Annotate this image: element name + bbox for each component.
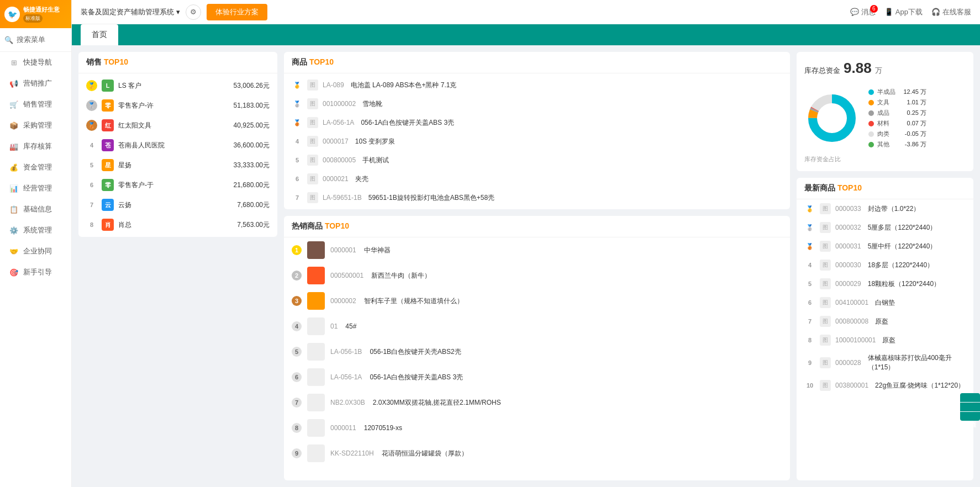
sidebar-label-guide: 新手引导: [23, 267, 52, 277]
float-button[interactable]: 服务社区: [960, 403, 980, 411]
float-buttons: 客服热线服务社区直播: [960, 393, 980, 421]
hot-prod-img: [307, 267, 325, 284]
sidebar-item-system[interactable]: ⚙️系统管理: [0, 220, 71, 241]
new-prod-name: 封边带（1.0*22）: [868, 204, 920, 214]
sidebar-label-quick-nav: 快捷导航: [23, 57, 52, 67]
settings-button[interactable]: ⚙: [186, 4, 201, 20]
float-button[interactable]: 客服热线: [960, 393, 980, 402]
new-product-item: 4 图 0000030 18多层（1220*2440）: [797, 256, 973, 274]
prod-icon: 图: [307, 98, 318, 109]
new-prod-rank: 🥉: [804, 241, 815, 252]
app-download[interactable]: 📱 App下载: [884, 7, 923, 17]
rank-name: 零售客户-许: [118, 101, 229, 110]
product-rank-item: 7 图 LA-59651-1B 59651-1B旋转投影灯电池盒ABS黑色+58…: [284, 188, 790, 207]
hot-rank-num: 1: [292, 245, 302, 255]
sales-rank-title: 销售 TOP10: [86, 57, 128, 67]
prod-icon: 图: [307, 192, 318, 203]
new-product-item: 🥇 图 0000033 封边带（1.0*22）: [797, 199, 973, 218]
tab-home[interactable]: 首页: [81, 24, 118, 45]
hot-rank-num: 6: [292, 372, 302, 382]
new-product-item: 10 图 003800001 22g鱼豆腐·烧烤味（1*12*20）: [797, 376, 973, 395]
sales-rank-item: 8 肖 肖总 7,563.00元: [78, 215, 277, 235]
float-button[interactable]: 直播: [960, 412, 980, 421]
sidebar-icon-marketing: 📢: [9, 78, 19, 88]
legend-dot: [868, 89, 874, 95]
product-rank-list: 🥇 图 LA-089 电池盖 LA-089 ABS本色+黑种 7.1克 🥈 图 …: [284, 73, 790, 209]
new-prod-code: 0000030: [835, 261, 861, 269]
new-product-item: 6 图 004100001 白钢垫: [797, 293, 973, 312]
legend-value: 0.25 万: [899, 109, 926, 117]
legend-dot: [868, 131, 874, 137]
hot-prod-img: [307, 419, 325, 437]
new-prod-code: 004100001: [835, 299, 868, 306]
donut-legend: 半成品 12.45 万 文具 1.01 万 成品 0.25 万 材料 0.07 …: [868, 88, 926, 149]
sidebar-item-inventory[interactable]: 🏭库存核算: [0, 136, 71, 157]
search-menu-button[interactable]: 🔍 搜索菜单: [4, 33, 67, 47]
rank-name: 星扬: [118, 161, 229, 170]
prod-code: 001000002: [323, 100, 356, 108]
logo-icon: 🐦: [4, 7, 20, 22]
hot-prod-img: [307, 368, 325, 386]
new-product-item: 8 图 10000100001 原盔: [797, 331, 973, 350]
rank-amount: 53,006.26元: [234, 81, 270, 91]
prod-icon: 图: [307, 155, 318, 166]
rank-name: 肖总: [118, 220, 233, 230]
experience-button[interactable]: 体验行业方案: [207, 4, 267, 20]
logo-name: 畅捷通好生意: [23, 6, 60, 13]
sidebar-item-basic[interactable]: 📋基础信息: [0, 199, 71, 220]
sidebar-item-operation[interactable]: 📊经营管理: [0, 178, 71, 199]
headset-icon: 🎧: [931, 8, 940, 16]
content-main: 销售 TOP10 🥇 L LS 客户 53,006.26元 🥈 零 零售客户-许…: [72, 45, 980, 487]
sidebar-label-finance: 资金管理: [23, 162, 52, 172]
new-prod-icon: 图: [820, 260, 831, 271]
new-prod-icon: 图: [820, 380, 831, 391]
rank-avatar: L: [102, 80, 114, 92]
hot-rank-num: 5: [292, 347, 302, 357]
hot-prod-code: 01: [330, 322, 338, 330]
new-prod-rank: 🥇: [804, 203, 815, 214]
legend-item: 半成品 12.45 万: [868, 88, 926, 96]
new-prod-rank: 7: [804, 316, 815, 327]
hot-prod-img: [307, 444, 325, 462]
hot-rank-num: 9: [292, 448, 302, 458]
legend-value: 12.45 万: [899, 88, 926, 96]
rank-number: 🥈: [86, 100, 97, 111]
sidebar-item-finance[interactable]: 💰资金管理: [0, 157, 71, 178]
hot-prod-name: 智利车子里（规格不知道填什么）: [364, 297, 782, 306]
sidebar-item-guide[interactable]: 🎯新手引导: [0, 262, 71, 283]
sidebar-item-marketing[interactable]: 📢营销推广: [0, 73, 71, 94]
sidebar-icon-finance: 💰: [9, 162, 19, 172]
new-prod-name: 22g鱼豆腐·烧烤味（1*12*20）: [875, 381, 965, 390]
system-select[interactable]: 装备及固定资产辅助管理系统 ▾: [81, 7, 180, 17]
sidebar-item-purchase[interactable]: 📦采购管理: [0, 115, 71, 136]
sales-rank-item: 🥇 L LS 客户 53,006.26元: [78, 76, 277, 96]
new-prod-name: 白钢垫: [875, 298, 895, 308]
sidebar-label-basic: 基础信息: [23, 204, 52, 214]
online-service[interactable]: 🎧 在线客服: [931, 7, 971, 17]
sidebar-item-sales[interactable]: 🛒销售管理: [0, 94, 71, 115]
legend-dot: [868, 142, 874, 147]
hot-rank-num: 3: [292, 296, 302, 306]
prod-rank-number: 4: [292, 136, 303, 147]
col-mid: 商品 TOP10 🥇 图 LA-089 电池盖 LA-089 ABS本色+黑种 …: [284, 52, 790, 480]
product-rank-item: 5 图 000800005 手机测试: [284, 151, 790, 170]
new-prod-name: 5厘多层（1220*2440）: [868, 223, 937, 232]
hot-rank-num: 7: [292, 398, 302, 407]
hot-product-item: 3 0000002 智利车子里（规格不知道填什么）: [284, 288, 790, 314]
prod-icon: 图: [307, 173, 318, 184]
sidebar-item-quick-nav[interactable]: ⊞快捷导航: [0, 52, 71, 73]
inventory-footer: 库存资金占比: [804, 155, 966, 163]
hot-prod-code: KK-SD22110H: [330, 449, 374, 457]
notification-badge[interactable]: 💬 消息 6: [850, 7, 876, 17]
rank-number: 6: [86, 179, 97, 190]
rank-name: 云扬: [118, 200, 233, 210]
legend-value: -3.86 万: [899, 140, 926, 149]
sidebar-item-corp[interactable]: 🤝企业协同: [0, 241, 71, 262]
prod-name: 10S 变刹罗泉: [355, 137, 396, 146]
legend-label: 其他: [877, 140, 895, 149]
hot-products-card: 热销商品 TOP10 1 0000001 中华神器 2 000500001 新西…: [284, 216, 790, 480]
rank-number: 7: [86, 199, 97, 210]
new-prod-icon: 图: [820, 203, 831, 214]
prod-name: 电池盖 LA-089 ABS本色+黑种 7.1克: [351, 81, 457, 90]
rank-avatar: 零: [102, 99, 114, 112]
